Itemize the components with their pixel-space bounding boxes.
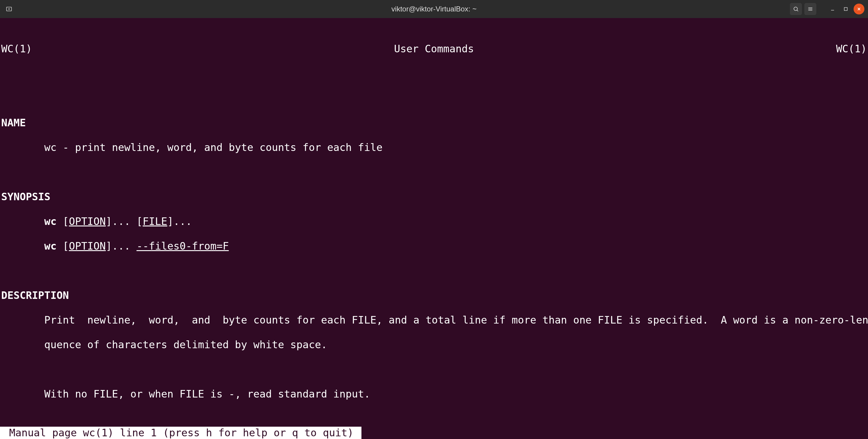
minimize-button[interactable]: [827, 4, 838, 14]
desc-p1b: quence of characters delimited by white …: [1, 339, 867, 351]
desc-p2: With no FILE, or when FILE is -, read st…: [1, 388, 867, 400]
man-header-center: User Commands: [394, 43, 474, 55]
titlebar-left: [4, 4, 14, 14]
man-header-right: WC(1): [836, 43, 867, 55]
status-line: Manual page wc(1) line 1 (press h for he…: [0, 427, 362, 439]
desc-p1a: Print newline, word, and byte counts for…: [1, 314, 867, 326]
svg-rect-9: [844, 7, 847, 10]
cursor: [355, 427, 362, 439]
new-tab-icon[interactable]: [4, 4, 14, 14]
titlebar: viktor@viktor-VirtualBox: ~: [0, 0, 868, 18]
section-synopsis: SYNOPSIS: [1, 191, 867, 203]
synopsis-line1: wc [OPTION]... [FILE]...: [1, 215, 867, 228]
titlebar-right: [790, 3, 864, 15]
section-description: DESCRIPTION: [1, 289, 867, 301]
search-button[interactable]: [790, 3, 802, 15]
svg-point-3: [794, 7, 797, 10]
close-button[interactable]: [854, 4, 864, 14]
svg-line-4: [797, 10, 798, 11]
synopsis-line2: wc [OPTION]... --files0-from=F: [1, 240, 867, 252]
man-header: WC(1) User Commands WC(1): [0, 43, 868, 55]
window-title: viktor@viktor-VirtualBox: ~: [392, 5, 476, 13]
man-header-left: WC(1): [1, 43, 32, 55]
maximize-button[interactable]: [840, 4, 851, 14]
menu-button[interactable]: [804, 3, 816, 15]
name-text: wc - print newline, word, and byte count…: [1, 141, 867, 154]
status-text: Manual page wc(1) line 1 (press h for he…: [0, 427, 355, 439]
man-body: NAME wc - print newline, word, and byte …: [0, 80, 868, 439]
section-name: NAME: [1, 117, 867, 129]
terminal-area[interactable]: WC(1) User Commands WC(1) NAME wc - prin…: [0, 18, 868, 439]
